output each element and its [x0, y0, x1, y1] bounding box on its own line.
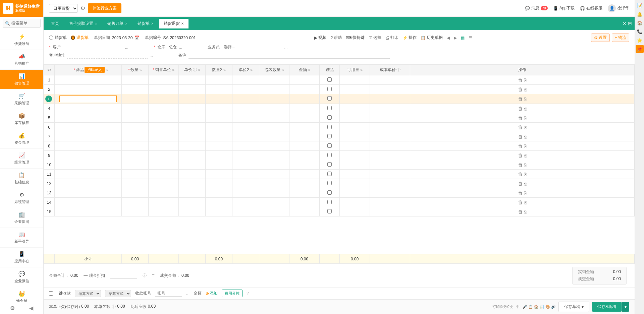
- barcode-scan-button[interactable]: 扫码录入: [85, 67, 105, 73]
- draft-dropdown-icon[interactable]: ▾: [582, 305, 584, 309]
- video-toolbar-btn[interactable]: ▶ 视频: [314, 35, 326, 41]
- amount-cell-11[interactable]: [289, 170, 320, 179]
- amount-cell-14[interactable]: [289, 198, 320, 207]
- expand-tab-icon[interactable]: ⊞: [628, 21, 632, 26]
- avail-sort-icon[interactable]: ⇅: [360, 68, 363, 72]
- price-sort-icon[interactable]: ⇅: [198, 68, 200, 72]
- price-cell-3[interactable]: [179, 94, 206, 104]
- qty-cell-5[interactable]: [122, 113, 149, 123]
- qty-cell-1[interactable]: [122, 75, 149, 85]
- available-cell-8[interactable]: [340, 141, 370, 151]
- cost-cell-11[interactable]: [370, 170, 410, 179]
- unit-cell-5[interactable]: [149, 113, 179, 123]
- unit2-cell-6[interactable]: [232, 123, 259, 132]
- pkg-cell-2[interactable]: [259, 85, 289, 94]
- search-menu-button[interactable]: 🔍 搜索菜单: [3, 19, 41, 28]
- select-toolbar-btn[interactable]: ☑ 选择: [369, 35, 381, 41]
- sidebar-item-sales[interactable]: 📊 销售管理: [0, 70, 43, 89]
- radio-sale-input[interactable]: [49, 36, 53, 40]
- product-cell-8[interactable]: [55, 141, 122, 151]
- qty2-cell-9[interactable]: [206, 151, 232, 160]
- unit-cell-14[interactable]: [149, 198, 179, 207]
- product-cell-14[interactable]: [55, 198, 122, 207]
- right-sidebar-phone-icon[interactable]: 📞: [636, 27, 644, 36]
- amount-cell-5[interactable]: [289, 113, 320, 123]
- delete-row-8[interactable]: 🗑: [518, 143, 523, 149]
- calc-method-select[interactable]: 结算方式: [105, 290, 131, 297]
- topbar-gear-icon[interactable]: ⚙: [80, 5, 85, 11]
- available-cell-9[interactable]: [340, 151, 370, 160]
- copy-row-15[interactable]: ⎘: [524, 209, 527, 214]
- available-cell-1[interactable]: [340, 75, 370, 85]
- product-input-3[interactable]: [59, 96, 117, 102]
- unit2-cell-14[interactable]: [232, 198, 259, 207]
- salesperson-dots[interactable]: ...: [284, 45, 287, 50]
- gift-checkbox-3[interactable]: [327, 96, 332, 101]
- qty-cell-2[interactable]: [122, 85, 149, 94]
- sidebar-item-member[interactable]: 👑 畅会员: [0, 287, 43, 302]
- cost-cell-6[interactable]: [370, 123, 410, 132]
- amount-sort-icon[interactable]: ⇅: [308, 68, 310, 72]
- qty2-cell-12[interactable]: [206, 179, 232, 188]
- radio-return-order[interactable]: 退货单: [71, 35, 89, 41]
- unit-cell-11[interactable]: [149, 170, 179, 179]
- qty-cell-3[interactable]: [122, 94, 149, 104]
- product-cell-12[interactable]: [55, 179, 122, 188]
- cost-cell-3[interactable]: [370, 94, 410, 104]
- price-cell-13[interactable]: [179, 188, 206, 198]
- gift-checkbox-7[interactable]: [327, 134, 332, 138]
- discount-input[interactable]: [110, 272, 137, 279]
- help-info-icon[interactable]: ⓘ: [143, 273, 147, 278]
- unit-cell-8[interactable]: [149, 141, 179, 151]
- logistics-button[interactable]: + 物流: [612, 34, 629, 42]
- right-sidebar-edit-icon[interactable]: 📝: [636, 1, 644, 9]
- unit2-cell-13[interactable]: [232, 188, 259, 198]
- price-cell-9[interactable]: [179, 151, 206, 160]
- qty-cell-8[interactable]: [122, 141, 149, 151]
- save-new-button[interactable]: 保存&新增: [592, 302, 622, 312]
- product-cell-9[interactable]: [55, 151, 122, 160]
- sidebar-item-system[interactable]: ⚙ 系统管理: [0, 188, 43, 208]
- copy-row-7[interactable]: ⎘: [524, 134, 527, 139]
- pkg-cell-13[interactable]: [259, 188, 289, 198]
- available-cell-11[interactable]: [340, 170, 370, 179]
- qty2-cell-3[interactable]: [206, 94, 232, 104]
- pkg-cell-4[interactable]: [259, 104, 289, 113]
- close-tab-icon[interactable]: ✕: [623, 21, 627, 26]
- amount-cell-4[interactable]: [289, 104, 320, 113]
- qty2-cell-15[interactable]: [206, 207, 232, 216]
- sidebar-item-apps[interactable]: 📱 应用中心: [0, 248, 43, 267]
- unit-cell-15[interactable]: [149, 207, 179, 216]
- copy-row-5[interactable]: ⎘: [524, 115, 527, 121]
- sidebar-item-inventory[interactable]: 📦 库存核算: [0, 109, 43, 129]
- qty2-cell-2[interactable]: [206, 85, 232, 94]
- gift-checkbox-13[interactable]: [327, 190, 332, 195]
- pkg-sort-icon[interactable]: ⇅: [281, 68, 284, 72]
- unit2-sort-icon[interactable]: ⇅: [250, 68, 253, 72]
- amount-cell-8[interactable]: [289, 141, 320, 151]
- shortcut-toolbar-btn[interactable]: ⌨ 快捷键: [346, 35, 365, 41]
- pkg-cell-6[interactable]: [259, 123, 289, 132]
- unit2-cell-4[interactable]: [232, 104, 259, 113]
- cost-cell-1[interactable]: [370, 75, 410, 85]
- pkg-cell-1[interactable]: [259, 75, 289, 85]
- save-new-dropdown-button[interactable]: ▾: [622, 302, 629, 312]
- delete-row-6[interactable]: 🗑: [518, 125, 523, 130]
- available-cell-10[interactable]: [340, 160, 370, 170]
- product-cell-5[interactable]: [55, 113, 122, 123]
- pkg-cell-7[interactable]: [259, 132, 289, 141]
- list-view-icon[interactable]: ☰: [469, 36, 472, 40]
- unit-cell-4[interactable]: [149, 104, 179, 113]
- user-menu-button[interactable]: 👤 徐泽华: [608, 4, 629, 12]
- product-sort-icon[interactable]: ⇅: [105, 68, 108, 72]
- qty-cell-7[interactable]: [122, 132, 149, 141]
- qty-cell-10[interactable]: [122, 160, 149, 170]
- help-toolbar-btn[interactable]: ? 帮助: [330, 35, 342, 41]
- sidebar-item-purchase[interactable]: 🛒 采购管理: [0, 89, 43, 109]
- gift-checkbox-1[interactable]: [327, 77, 332, 82]
- online-service-button[interactable]: 🎧 在线客服: [580, 5, 602, 11]
- add-row-button[interactable]: +: [45, 96, 52, 102]
- gift-checkbox-6[interactable]: [327, 125, 332, 129]
- qty-cell-9[interactable]: [122, 151, 149, 160]
- unit-cell-7[interactable]: [149, 132, 179, 141]
